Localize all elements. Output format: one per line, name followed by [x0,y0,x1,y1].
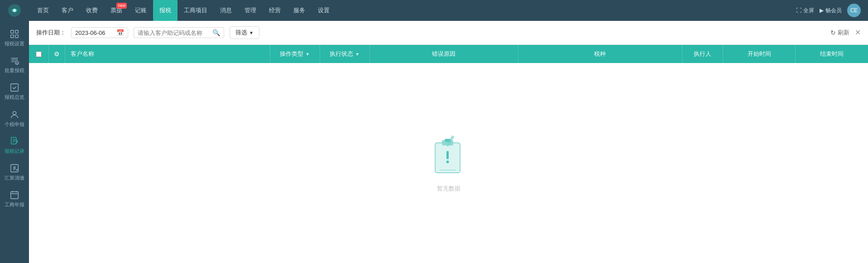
th-starttime: 开始时间 [723,45,796,63]
svg-rect-4 [11,35,14,38]
th-checkbox[interactable] [29,45,49,63]
th-gear[interactable]: ⚙ [49,45,65,63]
sidebar-item-baoshuishezhi[interactable]: 报税设置 [0,24,29,51]
th-client: 客户名称 [65,45,270,63]
nav-business[interactable]: 工商项目 [177,0,214,21]
gear-icon: ⚙ [54,50,60,58]
avatar[interactable]: CE [847,4,861,17]
fullscreen-icon: ⛶ [796,7,801,14]
nav-right: ⛶ 全屏 ▶ 畅会员 CE [796,4,861,17]
sort-icon-status: ▼ [355,52,360,57]
svg-rect-5 [15,35,18,38]
table-body: 暂无数据 [29,63,868,263]
close-button[interactable]: ✕ [855,29,861,36]
filter-button[interactable]: 筛选 ▼ [230,26,259,39]
nav-settings[interactable]: 设置 [312,0,336,21]
new-badge: new [116,3,127,9]
sidebar: 报税设置 批量报税 报税总览 个税申报 [0,21,29,263]
sidebar-item-geshuishenbao[interactable]: 个税申报 [0,105,29,132]
select-all-checkbox[interactable] [36,51,42,57]
chevron-down-icon: ▼ [249,30,254,35]
svg-rect-18 [445,139,451,142]
nav-client[interactable]: 客户 [55,0,80,21]
toolbar-right: ↻ 刷新 ✕ [830,29,861,37]
search-icon[interactable]: 🔍 [212,29,220,36]
nav-bookkeeping[interactable]: 记账 [129,0,153,21]
sidebar-label-baoshuijilu: 报税记录 [5,148,24,154]
search-box[interactable]: 🔍 [134,27,224,38]
calendar-icon: 📅 [116,29,124,36]
date-input[interactable] [75,29,114,36]
member-button[interactable]: ▶ 畅会员 [820,7,842,15]
svg-rect-11 [11,192,19,199]
nav-charge[interactable]: 收费 [80,0,104,21]
nav-items: 首页 客户 收费 票据 new 记账 报税 工商项目 消息 管理 经营 服务 设… [31,0,796,21]
sidebar-item-baoshuijilu[interactable]: 报税记录 [0,132,29,159]
th-executor: 执行人 [682,45,723,63]
svg-rect-19 [446,151,449,159]
video-icon: ▶ [820,7,824,14]
sidebar-item-gongshangnianbaao[interactable]: 工商年报 [0,185,29,212]
toolbar: 操作日期： 📅 🔍 筛选 ▼ ↻ 刷新 ✕ [29,21,868,45]
empty-illustration [428,134,469,179]
th-status[interactable]: 执行状态 ▼ [320,45,370,63]
nav-service[interactable]: 服务 [287,0,312,21]
nav-tax[interactable]: 报税 [153,0,177,21]
nav-manage[interactable]: 管理 [238,0,263,21]
sidebar-label-gongshangnianbaao: 工商年报 [5,202,24,208]
fullscreen-button[interactable]: ⛶ 全屏 [796,7,814,15]
search-input[interactable] [138,29,210,36]
main-layout: 报税设置 批量报税 报税总览 个税申报 [0,21,868,263]
svg-point-1 [13,9,16,12]
sidebar-label-geshuishenbao: 个税申报 [5,122,24,127]
svg-point-8 [13,111,16,114]
nav-operation[interactable]: 经营 [263,0,287,21]
empty-text: 暂无数据 [437,185,460,193]
sidebar-label-baoshuishezhi: 报税设置 [5,41,24,47]
nav-home[interactable]: 首页 [31,0,55,21]
table-header: ⚙ 客户名称 操作类型 ▼ 执行状态 ▼ 错误原因 税种 [29,45,868,63]
th-optype[interactable]: 操作类型 ▼ [270,45,320,63]
th-endtime: 结束时间 [796,45,868,63]
nav-messages[interactable]: 消息 [214,0,238,21]
sidebar-label-piliangshuisui: 批量报税 [5,68,24,73]
empty-state: 暂无数据 [29,63,868,263]
svg-rect-2 [11,30,14,33]
th-errorreason: 错误原因 [370,45,518,63]
top-navigation: 首页 客户 收费 票据 new 记账 报税 工商项目 消息 管理 经营 服务 设… [0,0,868,21]
date-label: 操作日期： [36,29,66,37]
sidebar-item-huasuanqingchu[interactable]: 汇算清缴 [0,159,29,185]
sort-icon-optype: ▼ [305,52,310,57]
sidebar-item-piliangshuisui[interactable]: 批量报税 [0,51,29,78]
svg-rect-3 [15,30,18,33]
th-taxtype: 税种 [518,45,682,63]
svg-point-20 [446,161,449,163]
sidebar-item-baoshuizonglan[interactable]: 报税总览 [0,78,29,105]
content-area: 操作日期： 📅 🔍 筛选 ▼ ↻ 刷新 ✕ [29,21,868,263]
refresh-icon: ↻ [830,29,836,36]
nav-ticket[interactable]: 票据 new [104,0,129,21]
logo[interactable] [7,3,22,18]
refresh-button[interactable]: ↻ 刷新 [830,29,849,37]
table-container: ⚙ 客户名称 操作类型 ▼ 执行状态 ▼ 错误原因 税种 [29,45,868,263]
date-picker[interactable]: 📅 [71,27,128,38]
sidebar-label-baoshuizonglan: 报税总览 [5,94,24,100]
svg-rect-7 [11,84,19,92]
sidebar-label-huasuanqingchu: 汇算清缴 [5,175,24,181]
